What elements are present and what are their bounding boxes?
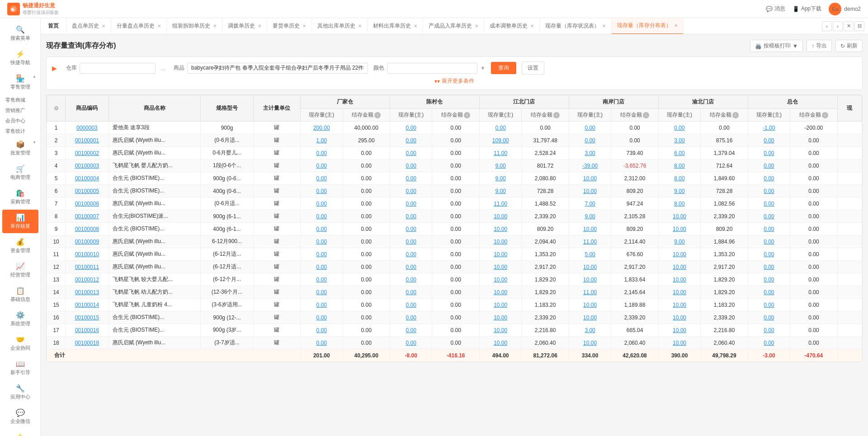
export-btn[interactable]: ↑ 导出 bbox=[807, 40, 832, 52]
info-icon[interactable]: i bbox=[464, 112, 470, 118]
close-icon[interactable]: ✕ bbox=[674, 23, 678, 28]
cell-f1-qty[interactable]: 0.00 bbox=[301, 223, 343, 235]
cell-f4-qty[interactable]: 10.00 bbox=[569, 273, 611, 286]
cell-f1-qty[interactable]: 0.00 bbox=[301, 159, 343, 172]
tab-transfer[interactable]: 调拨单历史 ✕ bbox=[222, 18, 267, 34]
tab-cost-adjust[interactable]: 成本调整单历史 ✕ bbox=[484, 18, 540, 34]
cell-f6-qty[interactable]: 0.00 bbox=[748, 248, 790, 261]
close-icon[interactable]: ✕ bbox=[213, 23, 217, 28]
cell-f5-qty[interactable]: 9.00 bbox=[658, 185, 701, 197]
cell-f1-qty[interactable]: 0.00 bbox=[301, 197, 343, 210]
info-icon[interactable]: i bbox=[822, 112, 828, 118]
sidebar-item-appcenter[interactable]: 🔧 应用中心 bbox=[2, 380, 38, 404]
cell-f2-qty[interactable]: 0.00 bbox=[390, 337, 432, 349]
sidebar-item-purchase[interactable]: 🛍️ 采购管理 bbox=[2, 185, 38, 209]
cell-f4-qty[interactable]: 11.00 bbox=[569, 286, 611, 299]
tab-order[interactable]: 要货单历史 ✕ bbox=[267, 18, 312, 34]
refresh-btn[interactable]: ↻ 刷新 bbox=[835, 40, 863, 52]
cell-f5-qty[interactable]: 10.00 bbox=[658, 223, 701, 235]
cell-f6-qty[interactable]: 0.00 bbox=[748, 337, 790, 349]
close-icon[interactable]: ✕ bbox=[102, 23, 105, 28]
close-icon[interactable]: ✕ bbox=[602, 23, 606, 28]
cell-f1-qty[interactable]: 0.00 bbox=[301, 324, 343, 337]
cell-f3-qty[interactable]: 0.00 bbox=[479, 122, 522, 134]
cell-code[interactable]: 00100006 bbox=[66, 197, 108, 210]
cell-f2-qty[interactable]: 0.00 bbox=[390, 122, 432, 134]
cell-f1-qty[interactable]: 0.00 bbox=[301, 286, 343, 299]
cell-f4-qty[interactable]: 10.00 bbox=[569, 172, 611, 185]
cell-f1-qty[interactable]: 0.00 bbox=[301, 172, 343, 185]
cell-f3-qty[interactable]: 10.00 bbox=[479, 337, 522, 349]
cell-code[interactable]: 00100016 bbox=[66, 324, 108, 337]
cell-f4-qty[interactable]: 11.00 bbox=[569, 235, 611, 248]
cell-f2-qty[interactable]: 0.00 bbox=[390, 235, 432, 248]
cell-f2-qty[interactable]: 0.00 bbox=[390, 324, 432, 337]
cell-f5-qty[interactable]: 10.00 bbox=[658, 273, 701, 286]
sidebar-item-wholesale[interactable]: 📦 批发管理 ▼ bbox=[2, 136, 38, 160]
close-icon[interactable]: ✕ bbox=[157, 23, 161, 28]
cell-f3-qty[interactable]: 109.00 bbox=[479, 134, 522, 147]
query-btn[interactable]: 查询 bbox=[491, 62, 516, 74]
cell-f5-qty[interactable]: 9.00 bbox=[658, 235, 701, 248]
cell-f2-qty[interactable]: 0.00 bbox=[390, 159, 432, 172]
cell-code[interactable]: 00100015 bbox=[66, 311, 108, 324]
cell-f4-qty[interactable]: 5.00 bbox=[569, 248, 611, 261]
cell-f4-qty[interactable]: 10.00 bbox=[569, 337, 611, 349]
cell-f1-qty[interactable]: 200.00 bbox=[301, 122, 343, 134]
sidebar-sub-member[interactable]: 会员中心 bbox=[0, 116, 40, 126]
cell-f3-qty[interactable]: 10.00 bbox=[479, 248, 522, 261]
sidebar-item-enterprise[interactable]: 🤝 企业协同 bbox=[2, 332, 38, 355]
nav-close-btn[interactable]: ✕ bbox=[844, 21, 854, 31]
cell-f2-qty[interactable]: 0.00 bbox=[390, 197, 432, 210]
cell-f4-qty[interactable]: 3.00 bbox=[569, 147, 611, 159]
cell-f5-qty[interactable]: 10.00 bbox=[658, 337, 701, 349]
cell-code[interactable]: 00100002 bbox=[66, 147, 108, 159]
cell-f1-qty[interactable]: 0.00 bbox=[301, 299, 343, 311]
cell-f6-qty[interactable]: 0.00 bbox=[748, 197, 790, 210]
close-icon[interactable]: ✕ bbox=[475, 23, 478, 28]
cell-f4-qty[interactable]: -39.00 bbox=[569, 159, 611, 172]
sidebar-item-shortcut[interactable]: ⚡ 快捷导航 bbox=[2, 46, 38, 70]
cell-code[interactable]: 00100003 bbox=[66, 159, 108, 172]
cell-f5-qty[interactable]: 8.00 bbox=[658, 197, 701, 210]
cell-f4-qty[interactable]: 3.00 bbox=[569, 324, 611, 337]
cell-f3-qty[interactable]: 9.00 bbox=[479, 172, 522, 185]
cell-code[interactable]: 00100010 bbox=[66, 248, 108, 261]
sidebar-item-finance[interactable]: 💰 资金管理 bbox=[2, 234, 38, 258]
cell-f1-qty[interactable]: 0.00 bbox=[301, 210, 343, 223]
cell-f5-qty[interactable]: 10.00 bbox=[658, 261, 701, 273]
cell-f6-qty[interactable]: 0.00 bbox=[748, 134, 790, 147]
cell-f1-qty[interactable]: 0.00 bbox=[301, 147, 343, 159]
cell-code[interactable]: 00100008 bbox=[66, 223, 108, 235]
cell-f1-qty[interactable]: 0.00 bbox=[301, 261, 343, 273]
tab-product-in[interactable]: 产成品入库单历史 ✕ bbox=[423, 18, 484, 34]
cell-code[interactable]: 0000003 bbox=[66, 122, 108, 134]
cell-f3-qty[interactable]: 10.00 bbox=[479, 261, 522, 273]
sidebar-item-vip[interactable]: ⭐ 畅会员 bbox=[2, 429, 38, 436]
cell-f6-qty[interactable]: 0.00 bbox=[748, 210, 790, 223]
sidebar-item-system[interactable]: ⚙️ 系统管理 bbox=[2, 307, 38, 331]
cell-f6-qty[interactable]: 0.00 bbox=[748, 324, 790, 337]
info-icon[interactable]: i bbox=[643, 112, 649, 118]
warehouse-input[interactable] bbox=[80, 63, 156, 74]
cell-f4-qty[interactable]: 9.00 bbox=[569, 210, 611, 223]
cell-f5-qty[interactable]: 10.00 bbox=[658, 248, 701, 261]
cell-code[interactable]: 00100014 bbox=[66, 299, 108, 311]
cell-f6-qty[interactable]: 0.00 bbox=[748, 185, 790, 197]
cell-f1-qty[interactable]: 0.00 bbox=[301, 273, 343, 286]
cell-f6-qty[interactable]: 0.00 bbox=[748, 261, 790, 273]
cell-f3-qty[interactable]: 9.00 bbox=[479, 159, 522, 172]
cell-f4-qty[interactable]: 7.00 bbox=[569, 197, 611, 210]
cell-f6-qty[interactable]: 0.00 bbox=[748, 311, 790, 324]
cell-f6-qty[interactable]: 0.00 bbox=[748, 147, 790, 159]
cell-f2-qty[interactable]: 0.00 bbox=[390, 299, 432, 311]
sidebar-sub-stats[interactable]: 零售统计 bbox=[0, 126, 40, 136]
cell-f2-qty[interactable]: 0.00 bbox=[390, 248, 432, 261]
cell-code[interactable]: 00100005 bbox=[66, 185, 108, 197]
sidebar-item-guide[interactable]: 📖 新手引导 bbox=[2, 356, 38, 380]
cell-f5-qty[interactable]: 10.00 bbox=[658, 324, 701, 337]
cell-f2-qty[interactable]: 0.00 bbox=[390, 311, 432, 324]
cell-f5-qty[interactable]: 3.00 bbox=[658, 134, 701, 147]
nav-next-btn[interactable]: › bbox=[833, 21, 843, 31]
cell-f1-qty[interactable]: 0.00 bbox=[301, 185, 343, 197]
